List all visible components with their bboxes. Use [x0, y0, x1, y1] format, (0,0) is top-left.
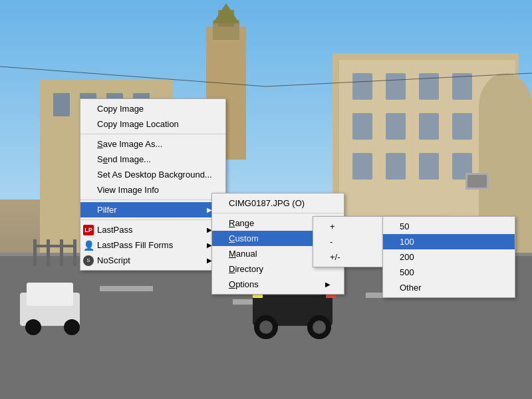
- val-other-item[interactable]: Other: [383, 280, 515, 295]
- val-50-item[interactable]: 50: [383, 219, 515, 234]
- svg-rect-29: [100, 286, 153, 291]
- copy-image-item[interactable]: Copy Image: [80, 101, 225, 116]
- copy-image-location-item[interactable]: Copy Image Location: [80, 116, 225, 132]
- svg-rect-54: [467, 175, 487, 188]
- values-submenu: 50 100 200 500 Other: [382, 216, 515, 298]
- options-item[interactable]: Options ▶: [212, 277, 344, 292]
- svg-rect-46: [33, 239, 37, 266]
- svg-rect-13: [386, 153, 406, 180]
- svg-rect-14: [419, 153, 439, 180]
- svg-rect-12: [352, 153, 372, 180]
- svg-rect-43: [27, 283, 73, 306]
- view-image-info-item[interactable]: View Image Info: [80, 182, 225, 198]
- separator-3: [80, 219, 225, 220]
- svg-point-44: [25, 319, 41, 335]
- svg-rect-47: [47, 239, 50, 266]
- val-200-item[interactable]: 200: [383, 249, 515, 265]
- copy-image-label: Copy Image: [97, 104, 212, 114]
- val-100-label: 100: [400, 237, 501, 247]
- save-image-as-item[interactable]: Save Image As...: [80, 136, 225, 152]
- set-desktop-label: Set As Desktop Background...: [97, 170, 212, 180]
- noscript-label: NoScript: [97, 255, 200, 265]
- copy-image-location-label: Copy Image Location: [97, 119, 212, 129]
- svg-rect-48: [60, 239, 63, 266]
- lastpass-label: LastPass: [97, 225, 200, 235]
- svg-rect-11: [452, 113, 472, 140]
- svg-rect-5: [386, 73, 406, 100]
- range-label: Range: [229, 218, 319, 228]
- val-500-label: 500: [400, 267, 501, 277]
- svg-rect-50: [33, 245, 76, 247]
- val-100-item[interactable]: 100: [383, 234, 515, 249]
- val-200-label: 200: [400, 252, 501, 262]
- pilfer-sep: [212, 213, 344, 213]
- svg-rect-9: [386, 113, 406, 140]
- save-image-as-label: Save Image As...: [97, 139, 212, 149]
- noscript-item[interactable]: S NoScript ▶: [80, 253, 225, 268]
- filename-item[interactable]: CIMG0187.JPG (O): [212, 196, 344, 211]
- pilfer-item[interactable]: Pilfer ▶: [80, 202, 225, 217]
- svg-rect-4: [352, 73, 372, 100]
- svg-rect-8: [352, 113, 372, 140]
- noscript-icon: S: [83, 255, 94, 266]
- svg-point-45: [64, 319, 80, 335]
- pilfer-label: Pilfer: [97, 205, 200, 215]
- lastpass-fill-label: LastPass Fill Forms: [97, 240, 200, 250]
- svg-rect-49: [73, 239, 76, 266]
- main-context-menu: Copy Image Copy Image Location Save Imag…: [80, 98, 226, 271]
- lastpass-fill-item[interactable]: 👤 LastPass Fill Forms ▶: [80, 237, 225, 253]
- separator-1: [80, 134, 225, 134]
- svg-point-37: [259, 321, 273, 334]
- val-other-label: Other: [400, 283, 501, 293]
- svg-rect-10: [419, 113, 439, 140]
- val-500-item[interactable]: 500: [383, 265, 515, 280]
- set-desktop-item[interactable]: Set As Desktop Background...: [80, 167, 225, 182]
- send-image-label: Send Image...: [97, 154, 212, 164]
- options-label: Options: [229, 279, 319, 289]
- lastpass-icon: LP: [83, 225, 94, 235]
- custom-label: Custom: [229, 233, 319, 243]
- lastpass-item[interactable]: LP LastPass ▶: [80, 222, 225, 237]
- separator-2: [80, 200, 225, 200]
- svg-point-39: [313, 321, 326, 334]
- val-50-label: 50: [400, 221, 501, 231]
- person-icon: 👤: [83, 240, 94, 251]
- send-image-item[interactable]: Send Image...: [80, 152, 225, 167]
- svg-rect-23: [53, 93, 70, 116]
- view-image-info-label: View Image Info: [97, 185, 212, 195]
- filename-label: CIMG0187.JPG (O): [229, 198, 331, 208]
- options-arrow: ▶: [325, 281, 331, 288]
- svg-rect-6: [419, 73, 439, 100]
